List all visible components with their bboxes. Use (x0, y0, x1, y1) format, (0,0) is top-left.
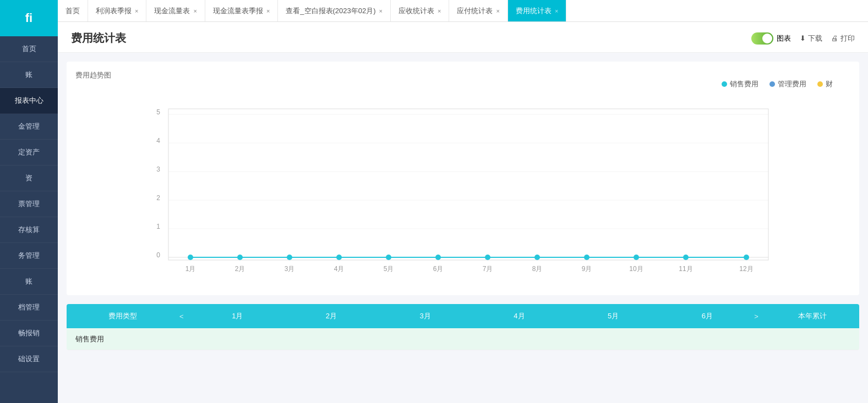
svg-text:11月: 11月 (679, 265, 692, 273)
svg-text:12月: 12月 (739, 265, 753, 273)
chart-point-1 (188, 255, 193, 260)
print-icon: 🖨 (831, 34, 838, 42)
tab-blank-report-close[interactable]: × (379, 8, 383, 14)
svg-text:8月: 8月 (532, 265, 543, 273)
header-actions: 图表 ⬇ 下载 🖨 打印 (751, 32, 855, 45)
legend-admin-dot (769, 81, 775, 87)
page-content: 费用统计表 图表 ⬇ 下载 🖨 打印 费用趋势图 (58, 22, 868, 403)
tab-cashflow-quarterly-close[interactable]: × (266, 8, 270, 14)
sidebar-item-capital[interactable]: 资 (0, 165, 58, 191)
sidebar-item-ledger[interactable]: 账 (0, 62, 58, 88)
tab-blank-report-label: 查看_空白报表(2023年02月) (286, 6, 375, 16)
sidebar-item-inventory[interactable]: 存核算 (0, 217, 58, 243)
page-title: 费用统计表 (71, 31, 126, 46)
tab-cashflow-quarterly[interactable]: 现金流量表季报 × (205, 0, 278, 21)
tab-cashflow[interactable]: 现金流量表 × (146, 0, 205, 21)
sidebar-item-account[interactable]: 账 (0, 269, 58, 295)
tab-receivable[interactable]: 应收统计表 × (391, 0, 449, 21)
sidebar-item-assets[interactable]: 定资产 (0, 140, 58, 165)
chart-point-10 (634, 255, 639, 260)
svg-text:2月: 2月 (235, 265, 245, 273)
download-button[interactable]: ⬇ 下载 (800, 34, 822, 43)
tab-receivable-close[interactable]: × (438, 8, 441, 14)
th-month-5: 5月 (566, 311, 660, 321)
sidebar-item-expense[interactable]: 畅报销 (0, 321, 58, 346)
svg-text:7月: 7月 (483, 265, 493, 273)
print-label: 打印 (840, 34, 855, 43)
page-header: 费用统计表 图表 ⬇ 下载 🖨 打印 (58, 22, 868, 53)
svg-text:9月: 9月 (582, 265, 592, 273)
svg-text:5月: 5月 (384, 265, 394, 273)
chart-point-9 (584, 255, 589, 260)
chart-toggle-wrap: 图表 (751, 32, 791, 45)
tab-payable-close[interactable]: × (496, 8, 499, 14)
trend-chart: 0 1 2 3 4 5 (75, 87, 850, 285)
svg-rect-12 (168, 109, 768, 260)
svg-text:2: 2 (156, 194, 160, 202)
svg-text:1: 1 (156, 223, 160, 230)
svg-text:4: 4 (156, 137, 160, 145)
sidebar-item-home[interactable]: 首页 (0, 36, 58, 62)
legend-finance-dot (817, 81, 823, 87)
svg-text:6月: 6月 (433, 265, 444, 273)
chart-point-11 (683, 255, 689, 260)
chart-point-8 (534, 255, 540, 260)
sidebar-item-service[interactable]: 务管理 (0, 243, 58, 269)
table-row: 销售费用 (67, 328, 859, 350)
sidebar: fi 首页 账 报表中心 金管理 定资产 资 票管理 存核算 务管理 账 档管理… (0, 0, 58, 403)
sidebar-item-settings[interactable]: 础设置 (0, 346, 58, 372)
chart-point-3 (287, 255, 292, 260)
chart-point-7 (485, 255, 490, 260)
table-next-btn[interactable]: > (754, 312, 765, 321)
tab-profit-quarterly-close[interactable]: × (135, 8, 138, 14)
sidebar-item-reports[interactable]: 报表中心 (0, 88, 58, 114)
tab-receivable-label: 应收统计表 (398, 6, 434, 16)
th-month-2: 2月 (285, 311, 379, 321)
main-content: 首页 利润表季报 × 现金流量表 × 现金流量表季报 × 查看_空白报表(202… (58, 0, 868, 403)
svg-text:5: 5 (156, 108, 160, 116)
download-label: 下载 (808, 34, 822, 43)
tab-expense-stats[interactable]: 费用统计表 × (508, 0, 566, 21)
th-month-4: 4月 (472, 311, 566, 321)
chart-point-12 (744, 255, 749, 260)
download-icon: ⬇ (800, 34, 806, 42)
tab-home[interactable]: 首页 (58, 0, 88, 21)
tab-cashflow-close[interactable]: × (193, 8, 196, 14)
th-expense-type: 费用类型 (67, 311, 179, 321)
table-body: 销售费用 (67, 328, 859, 350)
data-table-section: 费用类型 < 1月 2月 3月 4月 5月 6月 > 本年累计 销售费用 (67, 304, 859, 350)
sidebar-item-invoice[interactable]: 票管理 (0, 191, 58, 217)
chart-point-5 (386, 255, 391, 260)
chart-point-4 (336, 255, 342, 260)
print-button[interactable]: 🖨 打印 (831, 34, 855, 43)
sidebar-item-archive[interactable]: 档管理 (0, 295, 58, 321)
tab-cashflow-quarterly-label: 现金流量表季报 (213, 6, 263, 16)
td-expense-type: 销售费用 (67, 334, 185, 344)
tab-profit-quarterly[interactable]: 利润表季报 × (88, 0, 146, 21)
tab-profit-quarterly-label: 利润表季报 (96, 6, 132, 16)
tab-expense-stats-close[interactable]: × (555, 8, 558, 14)
svg-text:10月: 10月 (629, 265, 643, 273)
table-prev-btn[interactable]: < (179, 312, 190, 321)
sidebar-item-cash[interactable]: 金管理 (0, 114, 58, 140)
chart-toggle-label: 图表 (777, 34, 791, 43)
chart-point-2 (237, 255, 243, 260)
th-month-6: 6月 (660, 311, 755, 321)
chart-wrapper: 0 1 2 3 4 5 (75, 87, 850, 286)
svg-text:3月: 3月 (285, 265, 295, 273)
table-header: 费用类型 < 1月 2月 3月 4月 5月 6月 > 本年累计 (67, 304, 859, 328)
tab-payable-label: 应付统计表 (457, 6, 493, 16)
svg-text:4月: 4月 (334, 265, 345, 273)
tab-payable[interactable]: 应付统计表 × (449, 0, 507, 21)
svg-text:1月: 1月 (185, 265, 196, 273)
th-month-1: 1月 (190, 311, 285, 321)
tab-blank-report[interactable]: 查看_空白报表(2023年02月) × (278, 0, 391, 21)
th-yearly-total: 本年累计 (765, 311, 859, 321)
tab-expense-stats-label: 费用统计表 (516, 6, 552, 16)
chart-toggle[interactable] (751, 32, 773, 45)
svg-text:0: 0 (156, 251, 160, 259)
th-month-3: 3月 (378, 311, 472, 321)
chart-section: 费用趋势图 销售费用 管理费用 财 (67, 62, 859, 295)
svg-text:3: 3 (156, 165, 160, 173)
tab-home-label: 首页 (65, 6, 80, 16)
